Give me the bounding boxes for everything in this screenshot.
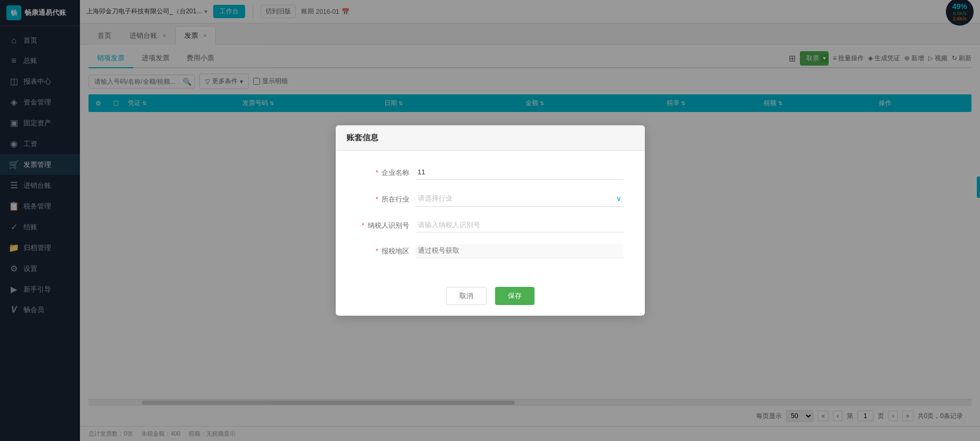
required-star: * — [362, 221, 365, 229]
tax-id-input[interactable] — [416, 219, 623, 232]
save-button[interactable]: 保存 — [495, 287, 534, 305]
save-label: 保存 — [508, 292, 522, 300]
cancel-label: 取消 — [459, 292, 473, 300]
tax-region-label: * 报税地区 — [357, 246, 416, 256]
modal-title: 账套信息 — [346, 133, 378, 142]
industry-select[interactable]: 请选择行业 ∨ — [416, 191, 623, 207]
company-name-label: * 企业名称 — [357, 168, 416, 178]
modal-overlay: 账套信息 * 企业名称 * 所在行业 请选择行业 ∨ — [0, 0, 980, 441]
form-row-tax-id: * 纳税人识别号 — [357, 219, 623, 232]
tax-region-label-text: 报税地区 — [382, 247, 409, 255]
industry-label-text: 所在行业 — [382, 195, 409, 203]
cancel-button[interactable]: 取消 — [446, 287, 487, 305]
industry-dropdown-icon: ∨ — [616, 194, 621, 203]
industry-label: * 所在行业 — [357, 195, 416, 204]
tax-id-label: * 纳税人识别号 — [357, 221, 416, 230]
company-name-label-text: 企业名称 — [382, 169, 409, 177]
modal-body: * 企业名称 * 所在行业 请选择行业 ∨ * 纳 — [336, 151, 645, 280]
modal-header: 账套信息 — [336, 125, 645, 151]
modal-footer: 取消 保存 — [336, 280, 645, 316]
account-info-modal: 账套信息 * 企业名称 * 所在行业 请选择行业 ∨ — [336, 125, 645, 316]
required-star: * — [376, 169, 378, 177]
form-row-industry: * 所在行业 请选择行业 ∨ — [357, 191, 623, 207]
form-row-tax-region: * 报税地区 — [357, 244, 623, 258]
required-star: * — [376, 247, 378, 255]
form-row-company-name: * 企业名称 — [357, 166, 623, 180]
tax-region-input — [416, 244, 623, 258]
industry-select-placeholder: 请选择行业 — [418, 194, 616, 203]
required-star: * — [376, 195, 378, 203]
tax-id-label-text: 纳税人识别号 — [368, 221, 409, 229]
company-name-input[interactable] — [416, 166, 623, 180]
